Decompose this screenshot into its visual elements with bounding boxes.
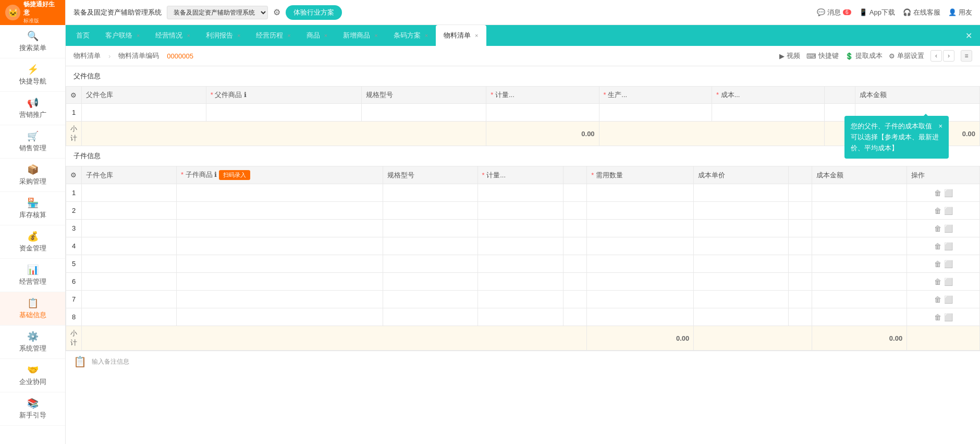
child-qty-cell[interactable] — [587, 273, 694, 291]
child-warehouse-cell[interactable] — [82, 308, 177, 326]
copy-icon[interactable]: ⬜ — [944, 260, 953, 268]
child-product-cell[interactable] — [177, 202, 383, 220]
nav-tab-商品[interactable]: 商品× — [299, 25, 335, 46]
parent-warehouse-cell[interactable] — [82, 104, 206, 122]
child-product-cell[interactable] — [177, 237, 383, 255]
delete-icon[interactable]: 🗑 — [934, 260, 941, 268]
tooltip-close-button[interactable]: × — [938, 121, 942, 132]
delete-icon[interactable]: 🗑 — [934, 224, 941, 233]
video-action[interactable]: ▶ 视频 — [779, 51, 800, 61]
nav-tab-首页[interactable]: 首页 — [68, 25, 97, 46]
child-unit-price-cell[interactable] — [694, 184, 789, 202]
grid-view-icon[interactable]: ≡ — [961, 50, 972, 62]
sidebar-item-enterprise[interactable]: 🤝企业协同 — [0, 359, 65, 392]
child-unit-price-cell[interactable] — [694, 291, 789, 308]
nav-tab-物料清单[interactable]: 物料清单× — [436, 25, 486, 46]
parent-th-settings[interactable]: ⚙ — [66, 87, 82, 104]
message-button[interactable]: 💬 消息 6 — [817, 8, 851, 17]
sidebar-item-guide[interactable]: 📚新手引导 — [0, 392, 65, 426]
child-spec-cell[interactable] — [383, 184, 477, 202]
delete-icon[interactable]: 🗑 — [934, 189, 941, 197]
child-spec-cell[interactable] — [383, 255, 477, 273]
copy-icon[interactable]: ⬜ — [944, 207, 953, 215]
child-warehouse-cell[interactable] — [82, 220, 177, 237]
close-all-tabs[interactable]: ✕ — [960, 31, 977, 41]
child-product-cell[interactable] — [177, 220, 383, 237]
nav-tab-客户联络[interactable]: 客户联络× — [97, 25, 148, 46]
delete-icon[interactable]: 🗑 — [934, 313, 941, 321]
child-unit-price-cell[interactable] — [694, 202, 789, 220]
copy-icon[interactable]: ⬜ — [944, 278, 953, 286]
copy-icon[interactable]: ⬜ — [944, 224, 953, 233]
child-warehouse-cell[interactable] — [82, 255, 177, 273]
parent-product-cell[interactable] — [206, 104, 362, 122]
nav-tab-经营历程[interactable]: 经营历程× — [248, 25, 298, 46]
copy-icon[interactable]: ⬜ — [944, 189, 953, 197]
child-unit-cell[interactable] — [477, 184, 564, 202]
online-service-button[interactable]: 🎧 在线客服 — [903, 8, 940, 17]
child-qty-cell[interactable] — [587, 220, 694, 237]
parent-cost-cell[interactable] — [712, 104, 824, 122]
delete-icon[interactable]: 🗑 — [934, 242, 941, 250]
breadcrumb-item-1[interactable]: 物料清单 — [74, 51, 101, 61]
parent-spec-cell[interactable] — [362, 104, 486, 122]
child-product-cell[interactable] — [177, 291, 383, 308]
child-product-cell[interactable] — [177, 308, 383, 326]
user-menu[interactable]: 👤 用友 — [948, 8, 972, 17]
shortcut-action[interactable]: ⌨ 快捷键 — [806, 51, 839, 61]
sidebar-item-basic-info[interactable]: 📋基础信息 — [0, 292, 65, 326]
child-unit-cell[interactable] — [477, 255, 564, 273]
trial-button[interactable]: 体验行业方案 — [286, 5, 342, 20]
child-qty-cell[interactable] — [587, 237, 694, 255]
sidebar-item-quick-nav[interactable]: ⚡快捷导航 — [0, 58, 65, 92]
nav-tab-利润报告[interactable]: 利润报告× — [198, 25, 248, 46]
system-selector[interactable]: 装备及固定资产辅助管理系统 — [167, 6, 268, 19]
child-qty-cell[interactable] — [587, 184, 694, 202]
child-product-cell[interactable] — [177, 255, 383, 273]
child-product-cell[interactable] — [177, 273, 383, 291]
child-unit-cell[interactable] — [477, 308, 564, 326]
settings-icon[interactable]: ⚙ — [273, 7, 280, 17]
tab-close[interactable]: × — [187, 32, 190, 39]
scan-input-button[interactable]: 扫码录入 — [219, 170, 250, 180]
tab-close[interactable]: × — [425, 32, 428, 39]
tab-close[interactable]: × — [324, 32, 327, 39]
child-spec-cell[interactable] — [383, 220, 477, 237]
child-unit-cell[interactable] — [477, 220, 564, 237]
child-warehouse-cell[interactable] — [82, 291, 177, 308]
tab-close[interactable]: × — [374, 32, 377, 39]
parent-production-cell[interactable] — [599, 104, 712, 122]
tab-close[interactable]: × — [237, 32, 240, 39]
next-arrow[interactable]: › — [943, 50, 954, 62]
delete-icon[interactable]: 🗑 — [934, 207, 941, 215]
child-unit-cell[interactable] — [477, 237, 564, 255]
sidebar-item-sales[interactable]: 🛒销售管理 — [0, 125, 65, 159]
tab-close[interactable]: × — [287, 32, 290, 39]
sidebar-item-finance[interactable]: 💰资金管理 — [0, 225, 65, 259]
sidebar-item-operations[interactable]: 📊经营管理 — [0, 259, 65, 292]
extract-cost-action[interactable]: 💲 提取成本 — [845, 51, 883, 61]
child-unit-cell[interactable] — [477, 202, 564, 220]
child-qty-cell[interactable] — [587, 308, 694, 326]
child-spec-cell[interactable] — [383, 308, 477, 326]
child-spec-cell[interactable] — [383, 237, 477, 255]
tab-close[interactable]: × — [475, 32, 478, 39]
prev-arrow[interactable]: ‹ — [930, 50, 942, 62]
copy-icon[interactable]: ⬜ — [944, 295, 953, 304]
sidebar-item-search[interactable]: 🔍搜索菜单 — [0, 25, 65, 58]
nav-tab-条码方案[interactable]: 条码方案× — [386, 25, 436, 46]
sidebar-item-marketing[interactable]: 📢营销推广 — [0, 92, 65, 125]
child-unit-price-cell[interactable] — [694, 220, 789, 237]
child-unit-price-cell[interactable] — [694, 237, 789, 255]
sidebar-item-inventory[interactable]: 🏪库存核算 — [0, 192, 65, 225]
child-product-cell[interactable] — [177, 184, 383, 202]
child-qty-cell[interactable] — [587, 291, 694, 308]
child-qty-cell[interactable] — [587, 255, 694, 273]
sidebar-item-system[interactable]: ⚙️系统管理 — [0, 326, 65, 359]
child-unit-price-cell[interactable] — [694, 308, 789, 326]
child-unit-cell[interactable] — [477, 273, 564, 291]
parent-unit-cell[interactable] — [486, 104, 599, 122]
child-qty-cell[interactable] — [587, 202, 694, 220]
copy-icon[interactable]: ⬜ — [944, 313, 953, 321]
child-unit-price-cell[interactable] — [694, 273, 789, 291]
